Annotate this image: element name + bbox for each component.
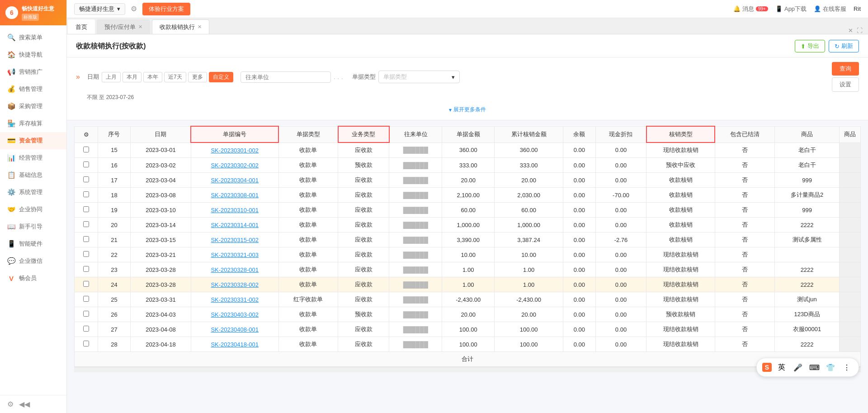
row-voucher-no[interactable]: SK-20230310-001: [191, 203, 278, 218]
row-checkbox[interactable]: [75, 188, 98, 203]
sidebar-item-inventory[interactable]: 🏪 库存核算: [0, 115, 66, 132]
row-checkbox[interactable]: [75, 218, 98, 233]
sidebar-item-guide[interactable]: 📖 新手引导: [0, 218, 66, 235]
row-voucher-no[interactable]: SK-20230315-002: [191, 233, 278, 247]
page-header: 收款核销执行(按收款) ⬆ 导出 ↻ 刷新: [67, 34, 868, 57]
row-checkbox[interactable]: [75, 262, 98, 277]
sidebar-item-enterprise[interactable]: 🤝 企业协同: [0, 201, 66, 218]
tab-collection-verify[interactable]: 收款核销执行 ✕: [152, 19, 209, 34]
row-goods-img: [840, 203, 861, 218]
row-checkbox[interactable]: [75, 203, 98, 218]
messages-badge[interactable]: 🔔 消息 99+: [733, 5, 768, 13]
row-checkbox[interactable]: [75, 322, 98, 337]
row-voucher-no[interactable]: SK-20230403-002: [191, 307, 278, 322]
row-voucher-no[interactable]: SK-20230314-001: [191, 218, 278, 233]
sidebar-item-operation[interactable]: 📊 经营管理: [0, 149, 66, 166]
row-voucher-no[interactable]: SK-20230302-002: [191, 158, 278, 173]
home-icon: 🏠: [7, 51, 15, 59]
row-checkbox[interactable]: [75, 173, 98, 188]
more-date-btn[interactable]: 更多: [188, 72, 207, 82]
tab-close-active-icon[interactable]: ✕: [198, 24, 202, 30]
settings-footer-icon[interactable]: ⚙: [7, 400, 14, 408]
emoji-icon[interactable]: 👕: [824, 361, 837, 374]
row-voucher-no[interactable]: SK-20230304-001: [191, 173, 278, 188]
row-voucher-no[interactable]: SK-20230301-002: [191, 142, 278, 158]
tab-close-icon[interactable]: ✕: [138, 24, 142, 30]
custom-date-btn[interactable]: 自定义: [209, 72, 233, 82]
row-voucher-no[interactable]: SK-20230328-001: [191, 262, 278, 277]
row-no: 18: [98, 188, 131, 203]
export-button[interactable]: ⬆ 导出: [795, 40, 825, 52]
expand-more-conditions[interactable]: ▾ 展开更多条件: [76, 104, 859, 115]
this-year-btn[interactable]: 本年: [143, 72, 162, 82]
sidebar-item-basic[interactable]: 📋 基础信息: [0, 166, 66, 184]
horizontal-scrollbar[interactable]: [74, 367, 861, 372]
company-selector[interactable]: 畅捷通好生意 ▾: [74, 3, 125, 15]
row-goods: 老白干: [775, 142, 840, 158]
row-no: 27: [98, 322, 131, 337]
sidebar-item-wechat[interactable]: 💬 企业微信: [0, 252, 66, 270]
main-content: 畅捷通好生意 ▾ ⚙ 体验行业方案 🔔 消息 99+ 📱 App下载 👤 在线客…: [67, 0, 868, 413]
industry-solution-button[interactable]: 体验行业方案: [142, 3, 190, 15]
gear-icon[interactable]: ⚙: [131, 5, 137, 13]
row-date: 2023-03-31: [130, 292, 191, 307]
grid-icon[interactable]: ⋮: [840, 361, 853, 374]
sidebar-item-sales[interactable]: 💰 销售管理: [0, 81, 66, 98]
refresh-button[interactable]: ↻ 刷新: [829, 40, 859, 52]
window-close-icon[interactable]: ✕: [848, 27, 853, 34]
row-checkbox[interactable]: [75, 247, 98, 262]
row-voucher-no[interactable]: SK-20230418-001: [191, 337, 278, 352]
voice-icon[interactable]: 🎤: [792, 361, 804, 374]
last-7days-btn[interactable]: 近7天: [164, 72, 186, 82]
sidebar-item-member[interactable]: V 畅会员: [0, 270, 66, 287]
tab-home[interactable]: 首页: [68, 19, 95, 34]
row-checkbox[interactable]: [75, 292, 98, 307]
tab-prepay-payable[interactable]: 预付/应付单 ✕: [97, 19, 150, 34]
partner-input[interactable]: [241, 71, 331, 83]
last-month-btn[interactable]: 上月: [102, 72, 121, 82]
this-month-btn[interactable]: 本月: [123, 72, 142, 82]
row-voucher-no[interactable]: SK-20230328-002: [191, 277, 278, 292]
col-goods2-header: 商品: [840, 126, 861, 142]
sidebar-item-marketing[interactable]: 📢 营销推广: [0, 63, 66, 81]
sidebar-item-label: 智能硬件: [19, 240, 42, 248]
double-arrow-icon[interactable]: »: [76, 73, 80, 81]
row-checkbox[interactable]: [75, 337, 98, 352]
row-goods-img: [840, 188, 861, 203]
chevron-down-icon: ▾: [117, 5, 120, 12]
row-voucher-no[interactable]: SK-20230408-001: [191, 322, 278, 337]
settings-button[interactable]: 设置: [832, 77, 859, 92]
sidebar-item-quick-nav[interactable]: 🏠 快捷导航: [0, 46, 66, 63]
row-cash-discount: 0.00: [595, 218, 646, 233]
query-button[interactable]: 查询: [832, 62, 859, 76]
sidebar-item-search[interactable]: 🔍 搜索菜单: [0, 29, 66, 46]
keyboard-icon[interactable]: ⌨: [808, 361, 821, 374]
row-amount: 10.00: [442, 247, 495, 262]
row-checkbox[interactable]: [75, 307, 98, 322]
sidebar-item-purchase[interactable]: 📦 采购管理: [0, 98, 66, 115]
sidebar-item-label: 畅会员: [19, 274, 37, 282]
sidebar-item-finance[interactable]: 💳 资金管理: [0, 132, 66, 149]
english-input-icon[interactable]: 英: [775, 361, 788, 374]
table-row: 22 2023-03-21 SK-20230321-003 收款单 应收款 ██…: [75, 247, 861, 262]
sidebar-item-hardware[interactable]: 📱 智能硬件: [0, 235, 66, 252]
voucher-type-select[interactable]: 单据类型 ▾: [378, 71, 460, 83]
row-verify-type: 现结收款核销: [646, 292, 715, 307]
window-maximize-icon[interactable]: ⛶: [857, 27, 863, 34]
sidebar-item-system[interactable]: ⚙️ 系统管理: [0, 184, 66, 201]
logo-text: 畅快道好生意 标推版: [22, 5, 54, 21]
col-settings-header[interactable]: ⚙: [75, 126, 98, 142]
row-amount: 20.00: [442, 173, 495, 188]
row-checkbox[interactable]: [75, 142, 98, 158]
row-voucher-no[interactable]: SK-20230321-003: [191, 247, 278, 262]
row-checkbox[interactable]: [75, 233, 98, 247]
row-checkbox[interactable]: [75, 158, 98, 173]
row-checkbox[interactable]: [75, 277, 98, 292]
row-voucher-no[interactable]: SK-20230331-002: [191, 292, 278, 307]
collapse-icon[interactable]: ◀◀: [19, 400, 30, 408]
row-date: 2023-04-03: [130, 307, 191, 322]
online-service[interactable]: 👤 在线客服: [814, 5, 846, 13]
app-download[interactable]: 📱 App下载: [775, 5, 807, 13]
tab-bar: 首页 预付/应付单 ✕ 收款核销执行 ✕ ✕ ⛶: [67, 18, 868, 34]
row-voucher-no[interactable]: SK-20230308-001: [191, 188, 278, 203]
